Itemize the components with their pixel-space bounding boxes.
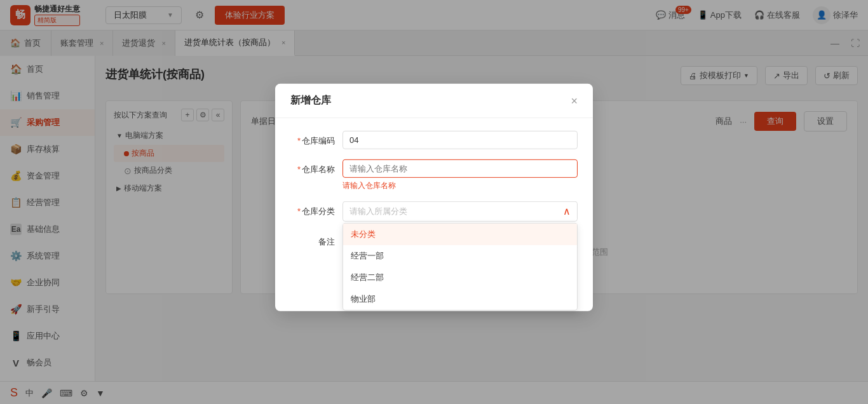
warehouse-code-input[interactable]	[342, 131, 578, 149]
warehouse-category-row: 仓库分类 请输入所属分类 ∧ 未分类 经营一部 经营二部 物业部	[290, 201, 578, 222]
warehouse-category-placeholder: 请输入所属分类	[349, 206, 407, 216]
warehouse-name-error-wrap: 请输入仓库名称	[290, 180, 396, 191]
warehouse-category-dropdown[interactable]: 请输入所属分类 ∧	[342, 201, 578, 222]
warehouse-category-label: 仓库分类	[290, 201, 335, 217]
category-dropdown-list: 未分类 经营一部 经营二部 物业部	[342, 223, 578, 311]
category-option-dept1[interactable]: 经营一部	[343, 245, 577, 267]
category-option-unclassified[interactable]: 未分类	[343, 224, 577, 245]
category-option-dept3[interactable]: 物业部	[343, 288, 577, 310]
warehouse-name-input[interactable]	[342, 159, 578, 178]
modal-title: 新增仓库	[290, 94, 331, 107]
modal-header: 新增仓库 ×	[275, 84, 593, 118]
warehouse-name-input-row: 仓库名称	[290, 159, 578, 178]
warehouse-name-row: 仓库名称 请输入仓库名称	[290, 159, 578, 191]
warehouse-code-label: 仓库编码	[290, 131, 335, 147]
modal-close-button[interactable]: ×	[571, 95, 578, 106]
warehouse-category-wrap: 请输入所属分类 ∧ 未分类 经营一部 经营二部 物业部	[342, 201, 578, 222]
warehouse-name-error: 请输入仓库名称	[342, 181, 396, 190]
category-option-dept2[interactable]: 经营二部	[343, 267, 577, 288]
chevron-up-icon: ∧	[563, 205, 571, 217]
remarks-label: 备注	[290, 232, 335, 248]
warehouse-code-row: 仓库编码	[290, 131, 578, 149]
modal-body: 仓库编码 仓库名称 请输入仓库名称 仓库分类 请输入所属分类 ∧	[275, 118, 593, 273]
warehouse-name-label: 仓库名称	[290, 159, 335, 178]
add-warehouse-modal: 新增仓库 × 仓库编码 仓库名称 请输入仓库名称 仓库分类 请输入所属分类 ∧	[275, 84, 593, 311]
